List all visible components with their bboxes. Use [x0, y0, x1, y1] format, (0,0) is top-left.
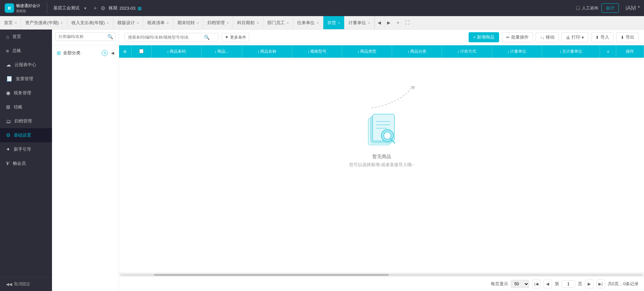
left-panel: 🔍	[52, 30, 119, 45]
scrollbar-track[interactable]	[120, 274, 643, 276]
first-page-button[interactable]: |◀	[532, 280, 541, 288]
sidebar-item-ledger[interactable]: ≡ 总账	[0, 44, 52, 58]
column-code[interactable]: ↕ 商品...	[201, 45, 242, 58]
add-tab-icon[interactable]: ＋	[93, 5, 98, 12]
tab-unit[interactable]: 计量单位 ×	[344, 16, 374, 30]
filter-icon: ▼	[225, 35, 229, 40]
sidebar-item-close[interactable]: ⊞ 结账	[0, 100, 52, 114]
column-name[interactable]: ↕ 商品名称	[242, 45, 292, 58]
sidebar-item-home[interactable]: ⌂ 首页	[0, 30, 52, 44]
per-page-select[interactable]: 50 100 200	[511, 280, 529, 288]
sidebar-item-archive[interactable]: 🗂 归档管理	[0, 114, 52, 128]
column-category[interactable]: ↕ 商品分类	[392, 45, 442, 58]
export-button[interactable]: ⬇ 导出	[616, 32, 639, 42]
page-number-input[interactable]	[562, 280, 575, 288]
product-search-box[interactable]: 🔍	[124, 33, 218, 42]
tab-balance-close[interactable]: ×	[61, 21, 63, 25]
service-button[interactable]: 🎧 人工咨询	[576, 5, 598, 11]
tab-dept-close[interactable]: ×	[287, 21, 289, 25]
tab-archive-close[interactable]: ×	[227, 21, 229, 25]
settings-icon[interactable]: ⚙	[101, 5, 105, 11]
column-type[interactable]: ↕ 商品类型	[342, 45, 392, 58]
category-search-input[interactable]	[58, 34, 105, 39]
empty-illustration	[363, 111, 400, 148]
filter-label: 更多条件	[230, 35, 246, 40]
tab-supplier-close[interactable]: ×	[317, 21, 319, 25]
tab-template[interactable]: 模版设计 ×	[113, 16, 143, 30]
price-mode-label: 计价方式	[460, 49, 476, 54]
column-barcode[interactable]: ↕ 商品条码	[151, 45, 201, 58]
sidebar-item-reports[interactable]: ☁ 云报表中心	[0, 58, 52, 72]
sidebar-item-member[interactable]: V 畅会员	[0, 156, 52, 171]
tab-bar: 首页 × 资产负债表(中期) × 收入支出表(年报) × 模版设计 × 税表清单…	[0, 16, 644, 30]
arrow-svg	[365, 85, 432, 111]
move-button[interactable]: ↑↓ 移动	[536, 32, 559, 42]
tab-inventory-close[interactable]: ×	[338, 21, 340, 25]
batch-operation-button[interactable]: ✏ 批量操作	[502, 32, 533, 42]
calendar-icon[interactable]: ▦	[138, 6, 142, 11]
tab-subject[interactable]: 科目期初 ×	[233, 16, 263, 30]
add-product-button[interactable]: + 新增商品	[469, 32, 499, 42]
unpin-button[interactable]: ◀◀ 取消固定	[0, 277, 52, 291]
main-unit-label: 主计量单位	[562, 49, 582, 54]
category-search-icon[interactable]: 🔍	[107, 34, 113, 39]
column-checkbox[interactable]	[131, 45, 151, 58]
collapse-panel-icon[interactable]: ◀	[111, 51, 114, 55]
tab-unit-close[interactable]: ×	[368, 21, 370, 25]
prev-page-button[interactable]: ◀	[543, 280, 552, 288]
tab-income-close[interactable]: ×	[107, 21, 109, 25]
column-main-unit[interactable]: ↕ 主计量单位	[542, 45, 600, 58]
scrollbar-thumb[interactable]	[154, 274, 389, 276]
column-price-mode[interactable]: ↕ 计价方式	[442, 45, 492, 58]
tab-inventory[interactable]: 存货 ×	[323, 16, 344, 30]
tab-home[interactable]: 首页 ×	[0, 16, 21, 30]
tab-period-end[interactable]: 期末结转 ×	[173, 16, 203, 30]
product-table: ⚙ ↕ 商品条码	[119, 45, 644, 58]
next-page-button[interactable]: ▶	[585, 280, 594, 288]
tab-template-close[interactable]: ×	[137, 21, 139, 25]
export-icon: ⬇	[621, 35, 624, 40]
tab-supplier[interactable]: 往来单位 ×	[293, 16, 323, 30]
tab-close-all[interactable]: ×	[393, 16, 403, 30]
tab-dept[interactable]: 部门员工 ×	[263, 16, 293, 30]
account-button[interactable]: 会计	[601, 3, 619, 13]
unpin-icon: ◀◀	[6, 282, 12, 287]
column-unit[interactable]: ↕ 计量单位	[492, 45, 542, 58]
sidebar-ledger-label: 总账	[12, 48, 21, 54]
tab-home-close[interactable]: ×	[15, 21, 17, 25]
edit-category-icon[interactable]: ✎	[102, 50, 108, 56]
tab-tax-close[interactable]: ×	[167, 21, 169, 25]
tab-archive[interactable]: 归档管理 ×	[203, 16, 233, 30]
print-button[interactable]: 🖨 打印 ▾	[561, 32, 588, 42]
sidebar-item-tax[interactable]: ◉ 税务管理	[0, 86, 52, 100]
last-page-button[interactable]: ▶|	[596, 280, 605, 288]
tab-period-end-close[interactable]: ×	[197, 21, 199, 25]
unit-label: 计量单位	[510, 49, 526, 54]
column-extra[interactable]: ≡	[600, 45, 616, 58]
column-spec[interactable]: ↕ 规格型号	[292, 45, 342, 58]
tab-tax[interactable]: 税表清单 ×	[143, 16, 173, 30]
tab-scroll-left[interactable]: ◀	[375, 16, 384, 30]
tab-balance[interactable]: 资产负债表(中期) ×	[21, 16, 67, 30]
category-search-box[interactable]: 🔍	[55, 32, 116, 41]
sidebar-item-settings[interactable]: ⚙ 基础设置	[0, 128, 52, 142]
horizontal-scrollbar[interactable]	[119, 273, 644, 277]
company-dropdown-icon[interactable]: ▾	[84, 6, 87, 11]
headset-icon: 🎧	[576, 6, 581, 10]
tab-income[interactable]: 收入支出表(年报) ×	[67, 16, 113, 30]
tab-scroll-right[interactable]: ▶	[384, 16, 393, 30]
import-label: 导入	[600, 34, 609, 40]
more-filter-button[interactable]: ▼ 更多条件	[222, 33, 249, 42]
column-config-icon[interactable]: ⚙	[119, 45, 131, 58]
sidebar-item-invoice[interactable]: 🧾 发票管理	[0, 72, 52, 86]
tab-subject-close[interactable]: ×	[257, 21, 259, 25]
tab-expand[interactable]: ⛶	[403, 16, 412, 30]
period-value: 2023-03	[119, 6, 136, 11]
all-categories-item[interactable]: ⊞ 全部分类 ✎ ◀	[55, 48, 115, 58]
import-button[interactable]: ⬆ 导入	[591, 32, 613, 42]
product-search-input[interactable]	[128, 35, 202, 40]
sidebar-item-guide[interactable]: ✦ 新手引导	[0, 142, 52, 156]
select-all-checkbox[interactable]	[139, 49, 144, 53]
iam-label: iAM *	[626, 5, 640, 12]
product-search-icon[interactable]: 🔍	[204, 35, 210, 40]
